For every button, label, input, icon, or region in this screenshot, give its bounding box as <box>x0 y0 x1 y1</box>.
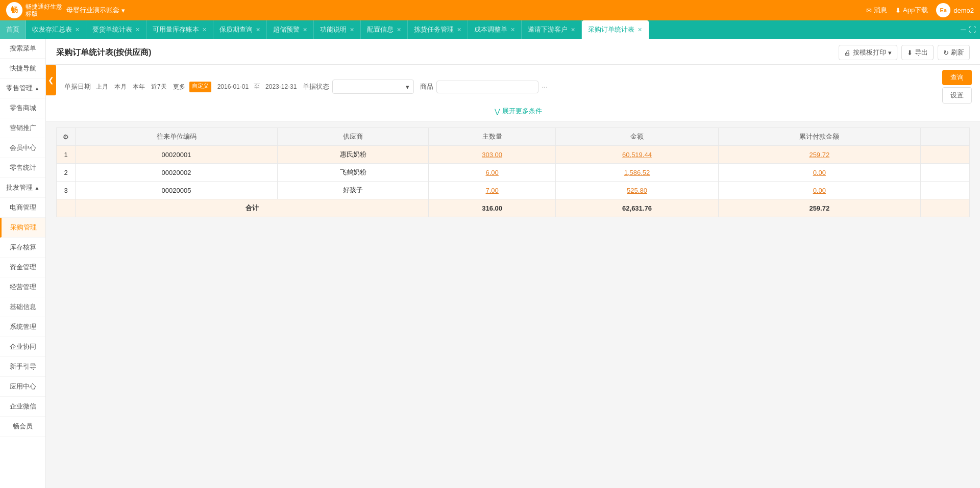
tab-bar: 首页 收发存汇总表 ✕ 要货单统计表 ✕ 可用量库存账本 ✕ 保质期查询 ✕ 超… <box>0 20 980 39</box>
close-icon[interactable]: ✕ <box>75 27 80 33</box>
btn-template-print[interactable]: 🖨 按模板打印 ▾ <box>839 45 897 60</box>
sidebar-item-shangcheng[interactable]: 零售商城 <box>0 98 45 118</box>
goods-input[interactable] <box>436 81 538 93</box>
btn-refresh[interactable]: ↻ 刷新 <box>938 45 970 60</box>
tab-shoufahuizong[interactable]: 收发存汇总表 ✕ <box>26 20 86 39</box>
footer-paid: 259.72 <box>718 199 920 217</box>
sidebar-item-lingshou[interactable]: 零售管理 ▲ <box>0 79 45 98</box>
sidebar-item-dianshang[interactable]: 电商管理 <box>0 198 45 218</box>
shortcut-jin7tian[interactable]: 近7天 <box>149 82 169 92</box>
row-code[interactable]: 00020005 <box>76 182 278 199</box>
chevron-down-icon: ▲ <box>35 185 40 191</box>
tab-yaoqing[interactable]: 邀请下游客户 ✕ <box>522 20 582 39</box>
date-to[interactable]: 2023-12-31 <box>265 83 297 90</box>
sidebar-item-huiyuan[interactable]: 会员中心 <box>0 138 45 158</box>
close-icon[interactable]: ✕ <box>135 27 140 33</box>
chevron-down-icon: ▾ <box>406 83 409 91</box>
row-num: 2 <box>57 164 76 182</box>
row-paid[interactable]: 259.72 <box>718 146 920 164</box>
message-btn[interactable]: ✉ 消息 <box>866 6 887 15</box>
row-amount[interactable]: 1,586.52 <box>556 164 719 182</box>
sidebar-item-yingxiao[interactable]: 营销推广 <box>0 118 45 138</box>
row-supplier[interactable]: 好孩子 <box>278 182 429 199</box>
expand-more-btn[interactable]: ⋁ 展开更多条件 <box>64 107 972 116</box>
tab-yaohuo[interactable]: 要货单统计表 ✕ <box>86 20 146 39</box>
row-code[interactable]: 00020002 <box>76 164 278 182</box>
sidebar-item-caigougl[interactable]: 采购管理 <box>0 218 45 238</box>
close-icon[interactable]: ✕ <box>256 27 260 33</box>
sidebar-item-kucun[interactable]: 库存核算 <box>0 238 45 258</box>
btn-export[interactable]: ⬇ 导出 <box>901 45 934 60</box>
tab-gongneng[interactable]: 功能说明 ✕ <box>314 20 361 39</box>
tab-chaochuyujing[interactable]: 超储预警 ✕ <box>267 20 314 39</box>
sidebar-item-yingyong[interactable]: 应用中心 <box>0 377 45 397</box>
row-supplier[interactable]: 飞鹤奶粉 <box>278 164 429 182</box>
sidebar-item-zijin[interactable]: 资金管理 <box>0 258 45 277</box>
tab-minimize-icon[interactable]: ─ <box>961 25 966 34</box>
sidebar-item-qiyeweixin[interactable]: 企业微信 <box>0 397 45 417</box>
tab-chengben[interactable]: 成本调整单 ✕ <box>468 20 522 39</box>
page-header: 采购订单统计表(按供应商) 🖨 按模板打印 ▾ ⬇ 导出 ↻ 刷新 <box>46 39 980 65</box>
row-qty[interactable]: 7.00 <box>429 182 556 199</box>
table-container: ⚙ 往来单位编码 供应商 主数量 金额 累计付款金额 1 00020001 惠氏… <box>46 121 980 488</box>
btn-query[interactable]: 查询 <box>942 70 972 85</box>
footer-extra <box>920 199 969 217</box>
close-icon[interactable]: ✕ <box>303 27 307 33</box>
row-extra <box>920 164 969 182</box>
logo-area: 畅 畅捷通好生意 标版 <box>6 2 62 18</box>
row-amount[interactable]: 60,519.44 <box>556 146 719 164</box>
print-icon: 🖨 <box>844 49 851 57</box>
row-qty[interactable]: 303.00 <box>429 146 556 164</box>
filter-toggle-btn[interactable]: ❮ <box>46 65 56 95</box>
close-icon[interactable]: ✕ <box>571 27 575 33</box>
btn-settings[interactable]: 设置 <box>942 87 972 104</box>
tab-keyongliang[interactable]: 可用量库存账本 ✕ <box>146 20 213 39</box>
top-bar: 畅 畅捷通好生意 标版 母婴行业演示账套 ▾ ✉ 消息 ⬇ App下载 Ea d… <box>0 0 980 20</box>
tab-paihuo[interactable]: 拣货任务管理 ✕ <box>408 20 468 39</box>
close-icon[interactable]: ✕ <box>510 27 515 33</box>
tab-peizhi[interactable]: 配置信息 ✕ <box>361 20 408 39</box>
sidebar-item-pifa[interactable]: 批发管理 ▲ <box>0 178 45 198</box>
col-amount: 金额 <box>556 128 719 146</box>
date-from[interactable]: 2016-01-01 <box>217 83 249 90</box>
close-icon[interactable]: ✕ <box>397 27 401 33</box>
tab-expand-icon[interactable]: ⛶ <box>969 25 976 34</box>
row-amount[interactable]: 525.80 <box>556 182 719 199</box>
sidebar-item-qiye[interactable]: 企业协同 <box>0 337 45 357</box>
close-icon[interactable]: ✕ <box>457 27 461 33</box>
row-extra <box>920 182 969 199</box>
sidebar-item-jingying[interactable]: 经营管理 <box>0 277 45 297</box>
sidebar: 搜索菜单 快捷导航 零售管理 ▲ 零售商城 营销推广 会员中心 零售统计 批发管… <box>0 39 46 488</box>
user-area[interactable]: Ea demo2 <box>936 3 974 17</box>
workspace-selector[interactable]: 母婴行业演示账套 ▾ <box>66 6 125 15</box>
shortcut-bennian[interactable]: 本年 <box>131 82 147 92</box>
more-options-icon[interactable]: ··· <box>542 83 548 91</box>
row-paid[interactable]: 0.00 <box>718 164 920 182</box>
app-download-btn[interactable]: ⬇ App下载 <box>895 6 928 15</box>
close-icon[interactable]: ✕ <box>638 27 642 33</box>
sidebar-item-lingtongji[interactable]: 零售统计 <box>0 158 45 178</box>
row-supplier[interactable]: 惠氏奶粉 <box>278 146 429 164</box>
close-icon[interactable]: ✕ <box>202 27 207 33</box>
shortcut-shangyue[interactable]: 上月 <box>94 82 110 92</box>
close-icon[interactable]: ✕ <box>350 27 354 33</box>
sidebar-quick-nav[interactable]: 快捷导航 <box>0 59 45 79</box>
sidebar-search[interactable]: 搜索菜单 <box>0 39 45 59</box>
row-code[interactable]: 00020001 <box>76 146 278 164</box>
col-paid: 累计付款金额 <box>718 128 920 146</box>
shortcut-gengduo[interactable]: 更多 <box>171 82 187 92</box>
sidebar-item-xinshou[interactable]: 新手引导 <box>0 357 45 377</box>
sidebar-item-changhui[interactable]: 畅会员 <box>0 417 45 436</box>
row-paid[interactable]: 0.00 <box>718 182 920 199</box>
tab-home[interactable]: 首页 <box>0 20 26 39</box>
tab-caigou[interactable]: 采购订单统计表 ✕ <box>582 20 649 39</box>
sidebar-item-xitong[interactable]: 系统管理 <box>0 317 45 337</box>
chevron-down-icon: ▾ <box>888 49 892 57</box>
footer-amount: 62,631.76 <box>556 199 719 217</box>
row-qty[interactable]: 6.00 <box>429 164 556 182</box>
status-select[interactable]: ▾ <box>332 80 414 94</box>
filter-row-1: 单据日期 上月 本月 本年 近7天 更多 自定义 2016-01-01 至 <box>64 70 972 104</box>
shortcut-benyue[interactable]: 本月 <box>112 82 129 92</box>
tab-baozhi[interactable]: 保质期查询 ✕ <box>213 20 267 39</box>
sidebar-item-jichu[interactable]: 基础信息 <box>0 297 45 317</box>
